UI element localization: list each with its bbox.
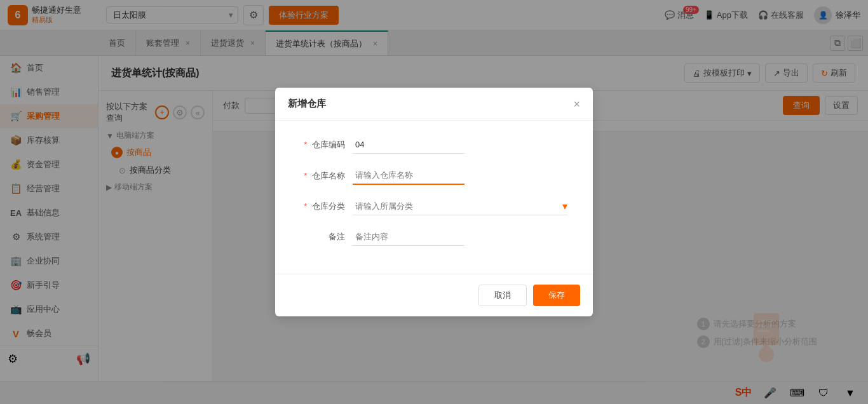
form-row-note: 备注 [301,228,567,246]
modal-body: * 仓库编码 * 仓库名称 * [275,121,593,274]
modal-close-button[interactable]: × [573,98,580,110]
required-star-name: * [304,171,307,180]
note-input-wrap [353,228,567,246]
note-label: 备注 [301,231,345,243]
cancel-button[interactable]: 取消 [478,285,527,306]
code-label: * 仓库编码 [301,139,345,151]
modal-header: 新增仓库 × [275,88,593,121]
form-row-code: * 仓库编码 [301,136,567,154]
name-label: * 仓库名称 [301,170,345,182]
category-select-row: ▾ [353,198,567,215]
code-input[interactable] [353,136,465,154]
category-label: * 仓库分类 [301,201,345,212]
note-input[interactable] [353,228,465,246]
category-input[interactable] [353,198,562,215]
name-input-wrap [353,166,567,185]
name-input[interactable] [353,166,465,185]
required-star-category: * [304,201,307,211]
modal-overlay[interactable]: 新增仓库 × * 仓库编码 * 仓库名称 [0,0,868,404]
modal-footer: 取消 保存 [275,274,593,316]
form-row-category: * 仓库分类 ▾ [301,198,567,215]
save-button[interactable]: 保存 [533,285,580,306]
modal-title: 新增仓库 [288,98,326,110]
required-star-code: * [304,140,307,149]
category-dropdown-icon[interactable]: ▾ [562,200,567,212]
modal-dialog: 新增仓库 × * 仓库编码 * 仓库名称 [275,88,593,316]
code-input-wrap [353,136,567,154]
form-row-name: * 仓库名称 [301,166,567,185]
